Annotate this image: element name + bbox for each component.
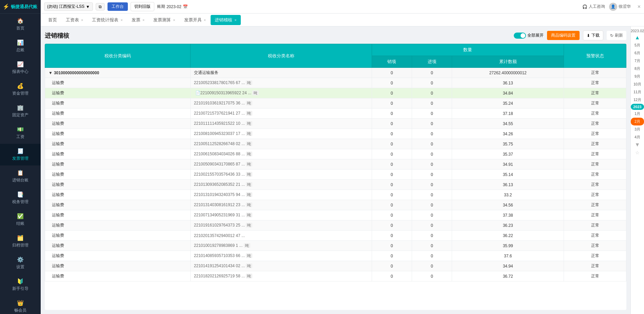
month-7[interactable]: 7月: [631, 57, 644, 65]
nav-up-button[interactable]: ▲: [634, 34, 641, 41]
sidebar-item-guide[interactable]: 🔰 新手引导: [0, 274, 41, 296]
tab-payroll[interactable]: 工资表 ×: [62, 15, 87, 25]
purchase-val: 0: [412, 231, 452, 241]
sales-ledger-icon: 📋: [17, 170, 24, 176]
sidebar-item-invoice[interactable]: 🧾 发票管理: [0, 144, 41, 165]
tab-payroll-stats[interactable]: 工资统计报表 ×: [88, 15, 126, 25]
sidebar-label-fund: 资金管理: [12, 91, 28, 96]
sidebar-item-sales-ledger[interactable]: 📋 进销台账: [0, 165, 41, 187]
month-12[interactable]: 12月: [631, 96, 644, 104]
cumulative-val: 34.94: [452, 261, 564, 271]
table-row[interactable]: 运输费 221007134905231969 31 ... 吨 0 0 37.3…: [45, 210, 626, 220]
company-selector[interactable]: (勿动) 江西报宝-LSS ▼: [44, 2, 93, 11]
topbar: (勿动) 江西报宝-LSS ▼ ⧉ 工作台 切到旧版 账期 2023-02 📅 …: [41, 0, 644, 14]
tab-invoice-issue[interactable]: 发票开具 ×: [180, 15, 210, 25]
tax-icon: 📑: [17, 191, 24, 198]
month-3[interactable]: 3月: [631, 125, 644, 133]
table-row[interactable]: 运输费 221019161029764373 25 ... 吨 0 0 36.2…: [45, 220, 626, 231]
copy-button[interactable]: ⧉: [96, 3, 105, 11]
month-2-current[interactable]: 2月: [631, 118, 644, 125]
table-row[interactable]: 运输费 221020135742940012 47 ... 0 0 36.22 …: [45, 231, 626, 241]
commodity-code-button[interactable]: 商品编码设置: [547, 31, 580, 40]
row-label: 运输费: [45, 241, 191, 251]
month-5[interactable]: 5月: [631, 41, 644, 49]
table-row[interactable]: 运输费 221018202126925719 58 ... 吨 0 0 36.7…: [45, 271, 626, 281]
table-row[interactable]: 运输费 221014191254101434 02 ... 吨 0 0 34.9…: [45, 261, 626, 271]
sales-val: 0: [372, 241, 412, 251]
table-row[interactable]: 运输费 📄221009150313965922 24 ... 吨 0 0 34.…: [45, 88, 626, 98]
purchase-val: 0: [412, 159, 452, 170]
unit-tag: 吨: [246, 152, 252, 156]
close-tab-payroll[interactable]: ×: [81, 18, 83, 22]
status-val: 正常: [564, 210, 626, 220]
table-row[interactable]: 运输费 221013101943240375 94 ... 吨 0 0 33.2…: [45, 190, 626, 200]
month-4[interactable]: 4月: [631, 133, 644, 141]
unit-tag: 吨: [246, 141, 252, 146]
table-row[interactable]: 运输费 221013140308161912 23 ... 吨 0 0 34.5…: [45, 200, 626, 210]
row-label: 运输费: [45, 251, 191, 261]
sidebar-label-settings: 设置: [16, 264, 24, 270]
refresh-button[interactable]: ↻ 刷新: [607, 31, 626, 40]
tab-home[interactable]: 首页: [44, 15, 61, 25]
table-row[interactable]: 运输费 221005090343170865 87 ... 吨 0 0 34.9…: [45, 159, 626, 170]
table-row[interactable]: 运输费 221013093652085352 21 ... 吨 0 0 36.1…: [45, 180, 626, 190]
table-row[interactable]: 运输费 221005112528266748 02 ... 吨 0 0 35.7…: [45, 139, 626, 149]
table-row[interactable]: 运输费 221005233817801765 67 ... 吨 0 0 36.1…: [45, 78, 626, 88]
month-1[interactable]: 1月: [631, 110, 644, 118]
right-panel: 2023.02 ▲ 5月 6月 7月 8月 9月 10月 11月 12月 202…: [630, 26, 644, 314]
unit-tag: 吨: [252, 91, 259, 95]
download-button[interactable]: ⬇ 下载: [583, 31, 603, 40]
user-profile[interactable]: 👤 徐涩华: [609, 3, 631, 11]
row-tax-code: 221002155703576436 33 ... 吨: [190, 170, 372, 180]
nav-down-button[interactable]: ▼: [634, 141, 641, 149]
star-icon[interactable]: ☆: [634, 149, 641, 157]
sidebar-item-member[interactable]: 👑 畅会员: [0, 296, 41, 314]
close-tab-sales-audit[interactable]: ×: [234, 18, 236, 22]
table-row[interactable]: 运输费 221002155703576436 33 ... 吨 0 0 35.1…: [45, 170, 626, 180]
back-to-old-button[interactable]: 切到旧版: [131, 2, 154, 11]
unit-tag: 吨: [246, 202, 252, 207]
tab-invoice[interactable]: 发票 ×: [128, 15, 149, 25]
table-row[interactable]: ▼30100000000000000000 交通运输服务 0 0 27262.4…: [45, 68, 626, 78]
expand-all-toggle[interactable]: [514, 33, 526, 39]
cumulative-val: 34.56: [452, 200, 564, 210]
avatar: 👤: [609, 3, 617, 11]
table-row[interactable]: 运输费 221007215737621941 27 ... 吨 0 0 37.1…: [45, 109, 626, 119]
customer-service[interactable]: 🎧 人工咨询: [582, 4, 605, 9]
status-val: 正常: [564, 251, 626, 261]
sidebar-item-tax[interactable]: 📑 税务管理: [0, 187, 41, 209]
year-2023[interactable]: 2023: [631, 104, 644, 110]
sidebar-item-assets[interactable]: 🏢 固定资产: [0, 100, 41, 122]
sidebar-item-salary[interactable]: 💵 工资: [0, 122, 41, 144]
close-tab-invoice-calc[interactable]: ×: [173, 18, 175, 22]
sidebar-label-close: 结账: [16, 221, 24, 227]
table-row[interactable]: 运输费 221008100945323037 17 ... 吨 0 0 34.2…: [45, 129, 626, 139]
sidebar-item-ledger[interactable]: 📊 总账: [0, 35, 41, 57]
month-9[interactable]: 9月: [631, 73, 644, 80]
service-label: 人工咨询: [589, 4, 605, 9]
sidebar-item-settings[interactable]: ⚙️ 设置: [0, 252, 41, 274]
sidebar-item-home[interactable]: 🏠 首页: [0, 14, 41, 35]
table-row[interactable]: 运输费 221019103619217075 36 ... 吨 0 0 35.2…: [45, 98, 626, 109]
month-6[interactable]: 6月: [631, 49, 644, 57]
table-row[interactable]: 运输费 221014085935710353 66 ... 吨 0 0 37.6…: [45, 251, 626, 261]
sidebar-item-fund[interactable]: 💰 资金管理: [0, 79, 41, 100]
sidebar-item-archive[interactable]: 🗂️ 归档管理: [0, 231, 41, 252]
table-row[interactable]: 运输费 221006150834034026 88 ... 吨 0 0 35.3…: [45, 149, 626, 159]
workbench-button[interactable]: 工作台: [108, 2, 128, 11]
table-row[interactable]: 运输费 221011111435921522 10 ... 吨 0 0 34.5…: [45, 119, 626, 129]
close-tab-payroll-stats[interactable]: ×: [120, 18, 122, 22]
sidebar-item-close-accounts[interactable]: ✅ 结账: [0, 209, 41, 231]
month-8[interactable]: 8月: [631, 65, 644, 73]
table-row[interactable]: 运输费 221010019278983869 1 ... 吨 0 0 35.99…: [45, 241, 626, 251]
copy-icon: ⧉: [99, 4, 102, 9]
tab-sales-audit[interactable]: 进销稽核 ×: [211, 15, 240, 25]
tab-invoice-calc[interactable]: 发票测算 ×: [149, 15, 179, 25]
sidebar-item-report[interactable]: 📈 报表中心: [0, 57, 41, 79]
month-10[interactable]: 10月: [631, 80, 644, 88]
close-tab-invoice-issue[interactable]: ×: [204, 18, 206, 22]
status-val: 正常: [564, 129, 626, 139]
close-tab-invoice[interactable]: ×: [142, 18, 144, 22]
month-11[interactable]: 11月: [631, 88, 644, 96]
close-button[interactable]: ×: [638, 4, 641, 10]
